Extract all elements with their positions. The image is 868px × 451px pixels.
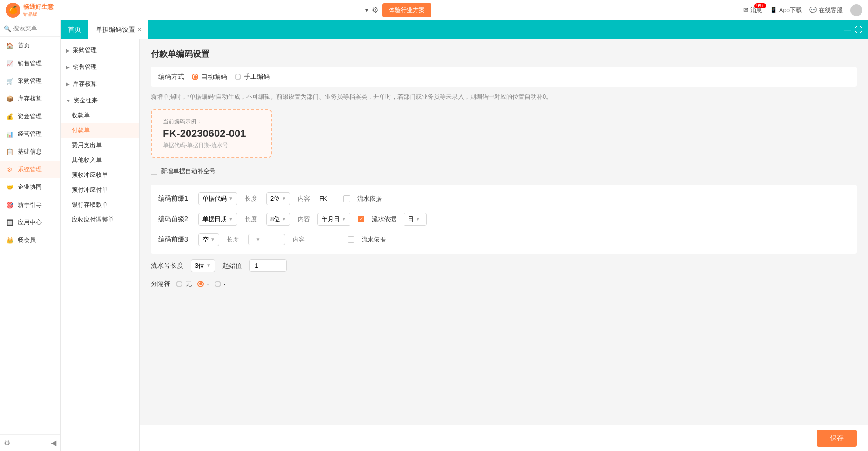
settings-icon[interactable]: ⚙ bbox=[372, 6, 378, 14]
prefix2-label: 编码前缀2 bbox=[158, 215, 191, 223]
search-icon: 🔍 bbox=[4, 25, 11, 32]
trial-button[interactable]: 体验行业方案 bbox=[382, 3, 431, 17]
logo-icon: 🍊 bbox=[6, 3, 20, 18]
content2-select[interactable]: 年月日 ▼ bbox=[317, 213, 350, 226]
settings-bottom-icon[interactable]: ⚙ bbox=[4, 438, 10, 447]
second-sidebar-item-bank[interactable]: 银行存取款单 bbox=[61, 197, 139, 212]
collapse-icon[interactable]: ◀ bbox=[51, 438, 56, 447]
encoding-method-row: 编码方式 自动编码 手工编码 bbox=[151, 67, 857, 87]
code-preview-title: 当前编码示例： bbox=[163, 118, 260, 126]
online-service-button[interactable]: 💬 在线客服 bbox=[809, 6, 843, 14]
prefix3-caret-icon: ▼ bbox=[210, 237, 215, 242]
prefix1-select[interactable]: 单据代码 ▼ bbox=[198, 192, 237, 205]
second-sidebar-item-prepay-payable[interactable]: 预付冲应付单 bbox=[61, 182, 139, 197]
second-sidebar-item-adjust[interactable]: 应收应付调整单 bbox=[61, 212, 139, 227]
form-row-prefix1: 编码前缀1 单据代码 ▼ 长度 2位 ▼ 内容 FK bbox=[158, 192, 849, 205]
group-purchase-title[interactable]: ▶ 采购管理 bbox=[61, 43, 139, 58]
second-sidebar-item-payment[interactable]: 付款单 bbox=[61, 123, 139, 138]
sep-none-radio[interactable]: 无 bbox=[176, 280, 192, 288]
sep-dash-radio[interactable]: - bbox=[197, 280, 209, 288]
nav-dropdown[interactable]: ▾ bbox=[365, 7, 368, 13]
length2-label: 长度 bbox=[245, 215, 257, 223]
tab-encoding-settings[interactable]: 单据编码设置 × bbox=[88, 20, 148, 39]
home-icon: 🏠 bbox=[6, 41, 14, 50]
group-capital-title[interactable]: ▼ 资金往来 bbox=[61, 93, 139, 108]
serial2-unit-caret-icon: ▼ bbox=[416, 216, 420, 222]
save-button[interactable]: 保存 bbox=[817, 430, 857, 447]
main-panel: 付款单编码设置 编码方式 自动编码 手工编码 bbox=[140, 39, 868, 425]
group-inventory-title[interactable]: ▶ 库存核算 bbox=[61, 76, 139, 91]
encoding-radio-group: 自动编码 手工编码 bbox=[192, 73, 270, 81]
sidebar-item-purchase[interactable]: 🛒 采购管理 bbox=[0, 72, 60, 90]
form-section: 编码前缀1 单据代码 ▼ 长度 2位 ▼ 内容 FK bbox=[151, 185, 857, 254]
enterprise-icon: 🤝 bbox=[6, 183, 14, 191]
serial2-label: 流水依据 bbox=[372, 215, 396, 223]
expand-icon[interactable]: ⛶ bbox=[855, 26, 862, 34]
group-capital: ▼ 资金往来 收款单 付款单 费用支出单 其他收入单 bbox=[61, 93, 139, 227]
save-bar: 保存 bbox=[140, 425, 868, 451]
sidebar-item-guide[interactable]: 🎯 新手引导 bbox=[0, 196, 60, 214]
sales-icon: 📈 bbox=[6, 59, 14, 67]
sep-dot-radio[interactable]: · bbox=[215, 280, 226, 288]
manual-code-radio[interactable]: 手工编码 bbox=[235, 73, 270, 81]
inventory-icon: 📦 bbox=[6, 94, 14, 103]
tab-close-icon[interactable]: × bbox=[138, 27, 141, 33]
sidebar-item-sales[interactable]: 📈 销售管理 bbox=[0, 54, 60, 72]
serial1-checkbox[interactable] bbox=[343, 195, 350, 202]
sidebar-item-operation[interactable]: 📊 经营管理 bbox=[0, 125, 60, 143]
auto-code-radio[interactable]: 自动编码 bbox=[192, 73, 227, 81]
avatar[interactable] bbox=[850, 4, 862, 16]
serial-length-select[interactable]: 3位 ▼ bbox=[191, 259, 215, 272]
app-download-button[interactable]: 📱 App下载 bbox=[770, 6, 802, 14]
top-bar-right: ✉ 消息 99+ 📱 App下载 💬 在线客服 bbox=[743, 4, 862, 16]
sidebar-search[interactable]: 🔍 搜索菜单 bbox=[0, 20, 60, 37]
top-bar: 🍊 畅通好生意 猎品版 ▾ ⚙ 体验行业方案 ✉ 消息 99+ 📱 App下载 … bbox=[0, 0, 868, 20]
group-sales-title[interactable]: ▶ 销售管理 bbox=[61, 60, 139, 74]
length1-select[interactable]: 2位 ▼ bbox=[266, 192, 290, 205]
serial-length-row: 流水号长度 3位 ▼ 起始值 bbox=[151, 259, 857, 272]
length3-select[interactable]: ▼ bbox=[248, 234, 285, 245]
form-row-prefix3: 编码前缀3 空 ▼ 长度 ▼ 内容 bbox=[158, 233, 849, 246]
sidebar-item-member[interactable]: 👑 畅会员 bbox=[0, 231, 60, 249]
content3-value bbox=[312, 235, 340, 244]
serial2-unit-select[interactable]: 日 ▼ bbox=[404, 213, 427, 226]
start-value-input[interactable] bbox=[249, 259, 287, 272]
sidebar-item-basic[interactable]: 📋 基础信息 bbox=[0, 143, 60, 161]
apps-icon: 🔲 bbox=[6, 218, 14, 227]
second-sidebar-item-expense[interactable]: 费用支出单 bbox=[61, 138, 139, 153]
sidebar-item-inventory[interactable]: 📦 库存核算 bbox=[0, 90, 60, 108]
auto-fill-checkbox[interactable] bbox=[151, 168, 157, 175]
prefix3-label: 编码前缀3 bbox=[158, 236, 191, 244]
sep-dash-value: - bbox=[207, 280, 209, 288]
serial2-checkbox[interactable]: ✓ bbox=[358, 216, 364, 222]
prefix1-caret-icon: ▼ bbox=[229, 196, 233, 201]
top-bar-left: 🍊 畅通好生意 猎品版 bbox=[6, 3, 54, 18]
prefix3-select[interactable]: 空 ▼ bbox=[198, 233, 219, 246]
length1-label: 长度 bbox=[245, 195, 257, 203]
second-sidebar-item-receipt[interactable]: 收款单 bbox=[61, 108, 139, 123]
serial-length-caret-icon: ▼ bbox=[206, 263, 211, 268]
prefix2-select[interactable]: 单据日期 ▼ bbox=[198, 213, 237, 226]
content3-label: 内容 bbox=[293, 236, 305, 244]
second-sidebar-item-other-income[interactable]: 其他收入单 bbox=[61, 153, 139, 168]
sidebar-item-finance[interactable]: 💰 资金管理 bbox=[0, 108, 60, 125]
content2-caret-icon: ▼ bbox=[342, 216, 346, 222]
system-icon: ⚙ bbox=[6, 165, 14, 174]
sep-dot-dot bbox=[215, 281, 221, 287]
tab-home[interactable]: 首页 bbox=[61, 20, 88, 39]
minimize-icon[interactable]: — bbox=[844, 26, 851, 34]
sidebar-item-home[interactable]: 🏠 首页 bbox=[0, 37, 60, 54]
message-button[interactable]: ✉ 消息 99+ bbox=[743, 6, 762, 14]
sidebar-item-apps[interactable]: 🔲 应用中心 bbox=[0, 214, 60, 231]
serial1-label: 流水依据 bbox=[357, 195, 382, 203]
serial3-checkbox[interactable] bbox=[348, 236, 354, 243]
length1-caret-icon: ▼ bbox=[282, 196, 286, 201]
finance-icon: 💰 bbox=[6, 112, 14, 121]
sidebar-item-enterprise[interactable]: 🤝 企业协同 bbox=[0, 178, 60, 196]
sidebar-item-system[interactable]: ⚙ 系统管理 bbox=[0, 161, 60, 178]
second-sidebar-item-prepay-receivable[interactable]: 预收冲应收单 bbox=[61, 168, 139, 182]
separator-options: 无 - · bbox=[176, 280, 226, 288]
separator-row: 分隔符 无 - · bbox=[151, 280, 857, 288]
length2-select[interactable]: 8位 ▼ bbox=[266, 213, 290, 226]
start-value-label: 起始值 bbox=[222, 262, 242, 270]
